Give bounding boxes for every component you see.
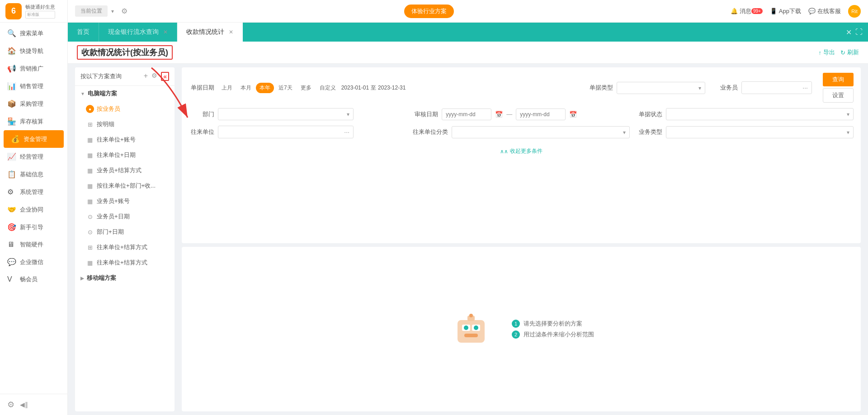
scheme-item-salesman[interactable]: ● 按业务员 [75, 101, 175, 117]
scheme-settings-icon[interactable]: ⚙ [151, 72, 157, 81]
query-button[interactable]: 查询 [823, 73, 854, 86]
sidebar-item-quicknav[interactable]: 🏠 快捷导航 [0, 42, 67, 60]
partner-select[interactable]: ··· [218, 126, 354, 138]
sidebar-item-sales[interactable]: 📊 销售管理 [0, 77, 67, 95]
scheme-panel: 按以下方案查询 + ⚙ « ▼ 电脑端方案 ● [75, 67, 175, 411]
doc-type-field: 单据类型 [588, 82, 705, 94]
scheme-item-partner-settle2[interactable]: ▦ 往来单位+结算方式 [75, 255, 175, 270]
sidebar-item-wechat[interactable]: 💬 企业微信 [0, 253, 67, 271]
collapse-label: 收起更多条件 [510, 147, 542, 155]
export-icon: ↑ [819, 49, 822, 56]
partner-category-label: 往来单位分类 [413, 128, 448, 136]
tab-home[interactable]: 首页 [68, 23, 99, 42]
review-date-end-input[interactable] [516, 108, 566, 120]
collapse-up-icon: ∧∧ [500, 148, 508, 155]
header-settings-icon[interactable]: ⚙ [121, 7, 127, 15]
doc-status-label: 单据状态 [637, 110, 662, 118]
user-avatar[interactable]: Rit [848, 5, 861, 18]
collapse-bar[interactable]: ∧∧ 收起更多条件 [189, 144, 854, 159]
filter-form: 单据日期 上月 本月 本年 近7天 更多 自定义 [182, 67, 861, 243]
scheme-item-partner-settle1[interactable]: ⊞ 往来单位+结算方式 [75, 240, 175, 255]
scheme-item-salesman-date[interactable]: ⊙ 业务员+日期 [75, 209, 175, 224]
scheme-item-salesman-settle-label: 业务员+结算方式 [97, 166, 142, 174]
sidebar-item-marketing[interactable]: 📢 营销推广 [0, 60, 67, 77]
tab-collection-close-icon[interactable]: ✕ [229, 29, 233, 35]
sidebar-item-newbie[interactable]: 🎯 新手引导 [0, 218, 67, 236]
partner-dept-icon: ▦ [86, 182, 94, 190]
set-button[interactable]: 设置 [823, 88, 854, 103]
scheme-add-icon[interactable]: + [144, 72, 148, 81]
tab-collection[interactable]: 收款情况统计 ✕ [177, 23, 243, 42]
tab-bar-right: ✕ ⛶ [840, 28, 868, 37]
sidebar-item-basic[interactable]: 📋 基础信息 [0, 165, 67, 183]
cal-start-icon[interactable]: 📅 [495, 111, 503, 118]
sidebar-label-search: 搜索菜单 [20, 29, 43, 38]
doc-type-select[interactable] [617, 82, 705, 94]
window-close-icon[interactable]: ✕ [846, 28, 852, 37]
sidebar-item-corp[interactable]: 🤝 企业协同 [0, 201, 67, 218]
sidebar-item-hardware[interactable]: 🖥 智能硬件 [0, 236, 67, 253]
date-tab-more[interactable]: 更多 [297, 83, 315, 93]
scheme-item-salesman-date-label: 业务员+日期 [97, 212, 130, 221]
biz-type-select[interactable] [666, 126, 854, 138]
notification-button[interactable]: 🔔 消息 99+ [731, 7, 763, 15]
dept-dropdown-icon [347, 111, 349, 118]
sidebar-item-purchase[interactable]: 📦 采购管理 [0, 95, 67, 113]
mobile-group-label: 移动端方案 [87, 274, 116, 282]
scheme-group-mobile-header[interactable]: ▶ 移动端方案 [75, 270, 175, 286]
sidebar-settings-icon[interactable]: ⚙ [7, 400, 14, 410]
sidebar-item-system[interactable]: ⚙ 系统管理 [0, 183, 67, 201]
trial-industry-button[interactable]: 体验行业方案 [404, 5, 454, 18]
service-icon: 💬 [808, 8, 816, 14]
tab-bank[interactable]: 现金银行流水查询 ✕ [99, 23, 177, 42]
robot-svg [448, 307, 494, 352]
sidebar-item-member[interactable]: V 畅会员 [0, 271, 67, 288]
home-icon: 🏠 [7, 47, 16, 55]
export-button[interactable]: ↑ 导出 [819, 48, 835, 57]
app-download-button[interactable]: 📱 App下载 [770, 7, 801, 15]
scheme-item-salesman-account[interactable]: ▦ 业务员+账号 [75, 193, 175, 209]
scheme-item-salesman-settle[interactable]: ▦ 业务员+结算方式 [75, 163, 175, 178]
date-tab-custom[interactable]: 自定义 [316, 83, 340, 93]
scheme-item-dept-date[interactable]: ⊙ 部门+日期 [75, 224, 175, 240]
date-end: 2023-12-31 [378, 85, 406, 91]
scheme-item-partner-account[interactable]: ▦ 往来单位+账号 [75, 132, 175, 147]
scheme-item-partner-date-label: 往来单位+日期 [97, 151, 136, 159]
salesman-more-icon[interactable]: ··· [802, 84, 808, 91]
sidebar-item-warehouse[interactable]: 🏪 库存核算 [0, 113, 67, 130]
scheme-item-partner-dept[interactable]: ▦ 按往来单位+部门+收... [75, 178, 175, 193]
partner-more-icon[interactable]: ··· [344, 128, 349, 136]
date-tab-thismonth[interactable]: 本月 [237, 83, 255, 93]
date-tab-7days[interactable]: 近7天 [275, 83, 296, 93]
refresh-button[interactable]: ↻ 刷新 [840, 48, 859, 57]
sidebar-item-capital[interactable]: 💰 资金管理 [4, 130, 64, 148]
window-expand-icon[interactable]: ⛶ [855, 28, 863, 36]
main-area: 当前位置 ▾ ⚙ 体验行业方案 🔔 消息 99+ 📱 App下载 💬 在线客服 … [68, 0, 868, 415]
breadcrumb: 当前位置 [75, 5, 108, 17]
scheme-item-detail[interactable]: ⊞ 按明细 [75, 117, 175, 132]
scheme-group-pc-header[interactable]: ▼ 电脑端方案 [75, 86, 175, 101]
warehouse-icon: 🏪 [7, 117, 16, 126]
scheme-item-partner-date[interactable]: ▦ 往来单位+日期 [75, 147, 175, 163]
date-tab-thisyear[interactable]: 本年 [256, 83, 274, 93]
sidebar-collapse-icon[interactable]: ◀‖ [20, 401, 28, 408]
date-tab-lastmonth[interactable]: 上月 [218, 83, 236, 93]
sidebar-item-business[interactable]: 📈 经营管理 [0, 148, 67, 165]
scheme-collapse-icon[interactable]: « [161, 72, 169, 81]
cal-end-icon[interactable]: 📅 [569, 111, 577, 118]
dept-select[interactable] [218, 108, 354, 120]
doc-status-dropdown-icon [847, 111, 849, 118]
dropdown-arrow-icon[interactable]: ▾ [111, 8, 114, 14]
app-download-label: App下载 [779, 7, 801, 15]
detail-icon: ⊞ [86, 120, 94, 128]
scheme-item-partner-settle2-label: 往来单位+结算方式 [97, 259, 147, 267]
salesman-select[interactable]: ··· [741, 81, 812, 94]
review-date-start-input[interactable] [442, 108, 491, 120]
online-service-button[interactable]: 💬 在线客服 [808, 7, 841, 15]
scheme-panel-title: 按以下方案查询 [80, 72, 122, 80]
step-1-num: 1 [512, 320, 520, 328]
tab-bank-close-icon[interactable]: ✕ [163, 29, 168, 35]
partner-category-select[interactable] [452, 126, 629, 138]
sidebar-item-search[interactable]: 🔍 搜索菜单 [0, 24, 67, 42]
doc-status-select[interactable] [666, 108, 854, 120]
